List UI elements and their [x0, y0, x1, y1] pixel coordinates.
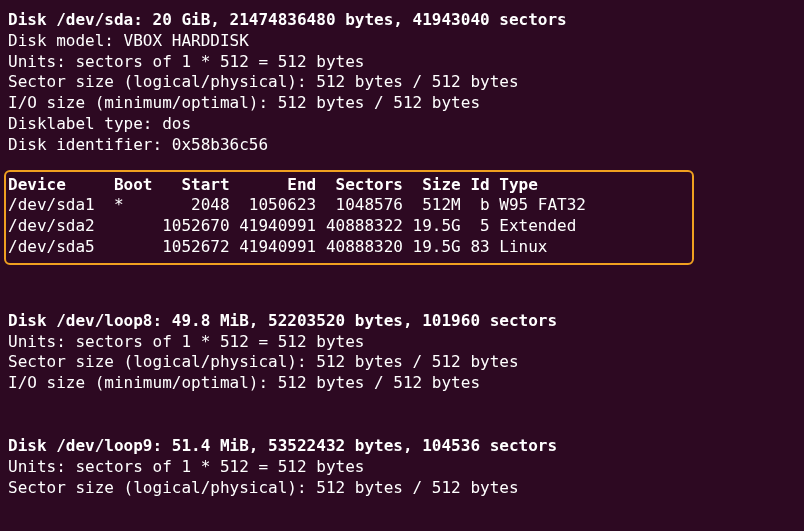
disk-sda-units: Units: sectors of 1 * 512 = 512 bytes: [8, 52, 796, 73]
disk-loop9-units: Units: sectors of 1 * 512 = 512 bytes: [8, 457, 796, 478]
disk-loop8-header: Disk /dev/loop8: 49.8 MiB, 52203520 byte…: [8, 311, 796, 332]
disk-sda-model: Disk model: VBOX HARDDISK: [8, 31, 796, 52]
disk-sda-io-size: I/O size (minimum/optimal): 512 bytes / …: [8, 93, 796, 114]
disk-loop8-io-size: I/O size (minimum/optimal): 512 bytes / …: [8, 373, 796, 394]
disk-sda-label-type: Disklabel type: dos: [8, 114, 796, 135]
disk-loop8-units: Units: sectors of 1 * 512 = 512 bytes: [8, 332, 796, 353]
table-row: /dev/sda2 1052670 41940991 40888322 19.5…: [8, 216, 690, 237]
disk-loop8-sector-size: Sector size (logical/physical): 512 byte…: [8, 352, 796, 373]
disk-loop9-sector-size: Sector size (logical/physical): 512 byte…: [8, 478, 796, 499]
table-row: /dev/sda5 1052672 41940991 40888320 19.5…: [8, 237, 690, 258]
disk-sda-identifier: Disk identifier: 0x58b36c56: [8, 135, 796, 156]
disk-loop9-header: Disk /dev/loop9: 51.4 MiB, 53522432 byte…: [8, 436, 796, 457]
table-row: /dev/sda1 * 2048 1050623 1048576 512M b …: [8, 195, 690, 216]
disk-sda-sector-size: Sector size (logical/physical): 512 byte…: [8, 72, 796, 93]
partition-table-header: Device Boot Start End Sectors Size Id Ty…: [8, 175, 690, 196]
partition-table-highlight: Device Boot Start End Sectors Size Id Ty…: [4, 170, 694, 265]
disk-sda-header: Disk /dev/sda: 20 GiB, 21474836480 bytes…: [8, 10, 796, 31]
